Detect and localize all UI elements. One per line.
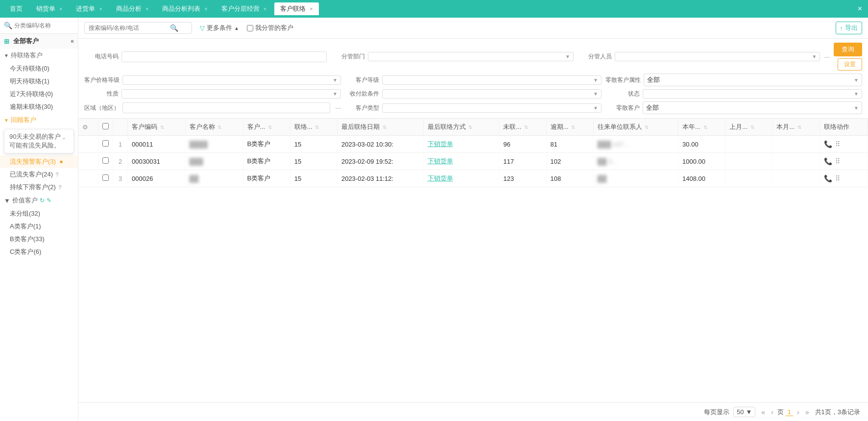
settings-col-header[interactable]: ⚙	[78, 119, 98, 136]
customer-grade-select[interactable]: ▼	[382, 75, 602, 85]
overdue-col-header[interactable]: 逾期... ⇅	[546, 119, 593, 136]
row2-more-icon[interactable]: ⠿	[835, 157, 840, 165]
row2-checkbox-cell[interactable]	[98, 153, 113, 170]
price-grade-select[interactable]: ▼	[122, 75, 341, 85]
edit-icon[interactable]: ✎	[47, 197, 51, 204]
tab-analysis-list[interactable]: 商品分析列表 ×	[156, 2, 213, 15]
row1-phone-icon[interactable]: 📞	[824, 140, 832, 148]
contact-col-header[interactable]: 联络... ⇅	[290, 119, 337, 136]
dept-select[interactable]: ▼	[368, 52, 573, 61]
row1-type: B类客户	[243, 136, 290, 153]
retail-attr-select[interactable]: 全部 ▼	[644, 74, 862, 86]
this-year-col-header[interactable]: 本年... ⇅	[678, 119, 725, 136]
my-customers-checkbox[interactable]	[247, 25, 253, 31]
close-analysis-tab[interactable]: ×	[145, 6, 148, 12]
customer-type-select[interactable]: ▼	[382, 103, 602, 113]
last-page-button[interactable]: »	[803, 407, 811, 417]
type-col-header[interactable]: 客户... ⇅	[243, 119, 290, 136]
refresh-icon[interactable]: ↻	[40, 197, 45, 204]
row3-more-icon[interactable]: ⠿	[835, 174, 840, 182]
region-input[interactable]	[122, 102, 330, 113]
row1-checkbox[interactable]	[102, 140, 109, 147]
manager-select[interactable]: ▼	[615, 52, 820, 61]
tab-purchase[interactable]: 进货单 ×	[70, 2, 108, 15]
sidebar-item-c-class[interactable]: C类客户(6)	[0, 246, 78, 258]
unit-contact-col-header[interactable]: 往来单位联系人 ⇅	[593, 119, 678, 136]
row1-this-month	[772, 136, 820, 153]
table-settings-icon[interactable]: ⚙	[82, 124, 88, 131]
checkbox-col-header[interactable]	[98, 119, 113, 136]
region-more-dots[interactable]: ···	[335, 104, 341, 112]
export-button[interactable]: ↑ 导出	[836, 22, 863, 34]
prev-page-button[interactable]: ‹	[769, 407, 775, 417]
per-page-select[interactable]: 50 ▼	[733, 407, 755, 417]
last-contact-date-col-header[interactable]: 最后联络日期 ⇅	[337, 119, 423, 136]
last-month-col-header[interactable]: 上月... ⇅	[725, 119, 772, 136]
phone-input[interactable]	[121, 51, 327, 62]
sidebar-item-churn-warning[interactable]: 流失预警客户(3) ●	[0, 155, 78, 168]
row1-action-icons: 📞 ⠿	[824, 140, 864, 148]
tab-customer-contact[interactable]: 客户联络 ×	[274, 2, 318, 15]
tab-customer-segment[interactable]: 客户分层经营 ×	[216, 2, 272, 15]
row1-last-method[interactable]: 下销货单	[423, 136, 499, 153]
select-all-checkbox[interactable]	[102, 123, 109, 129]
close-purchase-tab[interactable]: ×	[99, 6, 102, 12]
row1-method-link[interactable]: 下销货单	[428, 140, 453, 148]
close-sales-tab[interactable]: ×	[59, 6, 62, 12]
row2-method-link[interactable]: 下销货单	[428, 157, 453, 165]
tab-sales[interactable]: 销货单 ×	[30, 2, 68, 15]
sidebar-item-declining[interactable]: 持续下滑客户(2) ?	[0, 181, 78, 194]
sidebar-item-week-contact[interactable]: 近7天待联络(0)	[0, 88, 78, 100]
sidebar-item-unclassified[interactable]: 未分组(32)	[0, 207, 78, 220]
main-search-input[interactable]	[89, 25, 167, 31]
sidebar-search-input[interactable]	[14, 22, 78, 29]
row2-contact: 15	[290, 153, 337, 170]
row2-last-method[interactable]: 下销货单	[423, 153, 499, 170]
name-col-header[interactable]: 客户名称 ⇅	[185, 119, 243, 136]
grid-icon: ⊞	[4, 38, 9, 45]
status-select[interactable]: ▼	[643, 89, 862, 99]
nature-select[interactable]: ▼	[121, 89, 341, 99]
no-contact-col-header[interactable]: 未联... ⇅	[499, 119, 546, 136]
row3-checkbox-cell[interactable]	[98, 170, 113, 187]
row3-method-link[interactable]: 下销货单	[428, 174, 453, 182]
next-page-button[interactable]: ›	[795, 407, 801, 417]
row2-checkbox[interactable]	[102, 157, 109, 164]
this-month-col-header[interactable]: 本月... ⇅	[772, 119, 820, 136]
row3-phone-icon[interactable]: 📞	[824, 174, 832, 182]
more-dots-1[interactable]: ···	[824, 53, 830, 61]
toolbar: 🔍 ▽ 更多条件 ▲ 我分管的客户 ↑ 导出	[78, 18, 868, 39]
close-customer-contact-tab[interactable]: ×	[310, 6, 313, 12]
row3-checkbox[interactable]	[102, 174, 109, 181]
my-customers-checkbox-label[interactable]: 我分管的客户	[247, 24, 293, 32]
row2-phone-icon[interactable]: 📞	[824, 157, 832, 165]
sidebar-item-overdue-contact[interactable]: 逾期未联络(30)	[0, 100, 78, 113]
code-col-header[interactable]: 客户编码 ⇅	[128, 119, 186, 136]
sidebar-section-churn[interactable]: ▼ 回顾客户	[0, 113, 78, 127]
page-label: 页	[777, 408, 784, 417]
last-contact-method-col-header[interactable]: 最后联络方式 ⇅	[423, 119, 499, 136]
sidebar-section-pending[interactable]: ▼ 待联络客户	[0, 49, 78, 62]
close-customer-segment-tab[interactable]: ×	[264, 6, 266, 12]
first-page-button[interactable]: «	[759, 407, 767, 417]
row1-checkbox-cell[interactable]	[98, 136, 113, 153]
query-button[interactable]: 查询	[834, 43, 862, 56]
sidebar-item-churned[interactable]: 已流失客户(24) ?	[0, 168, 78, 181]
tab-analysis[interactable]: 商品分析 ×	[110, 2, 154, 15]
sidebar-item-today-contact[interactable]: 今天待联络(0)	[0, 62, 78, 75]
retail-customer-select[interactable]: 全部 ▼	[643, 101, 862, 114]
tab-home[interactable]: 首页	[4, 2, 28, 15]
close-all-tabs[interactable]: ×	[856, 2, 864, 15]
sidebar-item-a-class[interactable]: A类客户(1)	[0, 220, 78, 233]
settings-button[interactable]: 设置	[838, 58, 862, 71]
close-analysis-list-tab[interactable]: ×	[204, 6, 207, 12]
sidebar-item-b-class[interactable]: B类客户(33)	[0, 233, 78, 246]
sidebar-item-tomorrow-contact[interactable]: 明天待联络(1)	[0, 75, 78, 88]
payment-select[interactable]: ▼	[382, 89, 602, 99]
row3-last-method[interactable]: 下销货单	[423, 170, 499, 187]
status-label: 状态	[605, 90, 640, 98]
main-search-icon[interactable]: 🔍	[170, 24, 178, 32]
row1-more-icon[interactable]: ⠿	[835, 140, 840, 148]
all-customers-header[interactable]: ⊞ 全部客户 «	[0, 34, 78, 49]
more-filters-button[interactable]: ▽ 更多条件 ▲	[196, 22, 243, 34]
